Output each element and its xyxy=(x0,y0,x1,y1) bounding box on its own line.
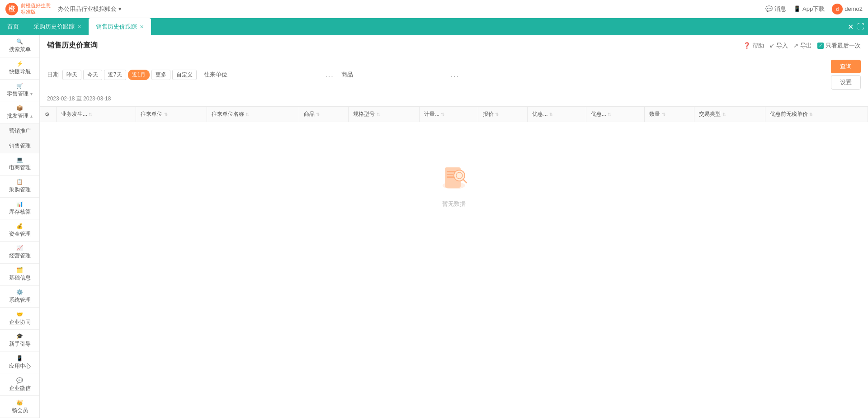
th-gear[interactable]: ⚙ xyxy=(40,107,57,122)
date-btn-7days[interactable]: 近7天 xyxy=(104,70,126,80)
sort-icon: ⇅ xyxy=(377,112,380,117)
sidebar-item-ops[interactable]: 📈 经营管理 xyxy=(0,242,39,264)
message-button[interactable]: 💬 消息 xyxy=(765,5,786,13)
search-button[interactable]: 查询 xyxy=(831,60,861,73)
sidebar-item-corp[interactable]: 🤝 企业协同 xyxy=(0,308,39,330)
basic-icon: 🗂️ xyxy=(16,267,23,273)
sidebar: 🔍 搜索菜单 ⚡ 快捷导航 🛒 零售管理 ▾ 📦 批发管理 ▴ 营销推广 销售管… xyxy=(0,35,40,418)
date-btn-today[interactable]: 今天 xyxy=(83,70,102,80)
finance-icon: 💰 xyxy=(16,223,23,229)
template-selector[interactable]: 办公用品行业模拟账套 ▾ xyxy=(54,3,125,15)
content-area: 销售历史价查询 ❓ 帮助 ↙ 导入 ↗ 导出 ✓ xyxy=(40,35,868,418)
th-biz-date[interactable]: 业务发生... ⇅ xyxy=(57,107,136,122)
sidebar-item-marketing[interactable]: 营销推广 xyxy=(0,124,39,138)
sidebar-item-ecommerce[interactable]: 💻 电商管理 xyxy=(0,153,39,176)
sidebar-item-system[interactable]: ⚙️ 系统管理 xyxy=(0,286,39,308)
date-btn-custom[interactable]: 自定义 xyxy=(172,70,197,80)
gear-icon[interactable]: ⚙ xyxy=(45,111,50,118)
only-last-checkbox[interactable]: ✓ 只看最后一次 xyxy=(817,42,861,50)
lightning-icon: ⚡ xyxy=(16,61,23,67)
partner-dots: ... xyxy=(325,71,334,79)
sidebar-item-member[interactable]: 👑 畅会员 xyxy=(0,396,39,418)
date-btn-more[interactable]: 更多 xyxy=(151,70,170,80)
help-icon: ❓ xyxy=(743,42,750,49)
user-profile[interactable]: d demo2 xyxy=(832,4,863,14)
help-button[interactable]: ❓ 帮助 xyxy=(743,42,764,50)
inventory-icon: 📊 xyxy=(16,201,23,207)
main-layout: 🔍 搜索菜单 ⚡ 快捷导航 🛒 零售管理 ▾ 📦 批发管理 ▴ 营销推广 销售管… xyxy=(0,35,868,418)
th-trade-type[interactable]: 交易类型 ⇅ xyxy=(694,107,765,122)
sort-icon: ⇅ xyxy=(89,112,92,117)
th-partner-code[interactable]: 往来单位 ⇅ xyxy=(136,107,207,122)
date-btn-yesterday[interactable]: 昨天 xyxy=(62,70,81,80)
settings-button[interactable]: 设置 xyxy=(831,75,861,90)
product-filter-group: 商品 ... xyxy=(341,70,459,79)
sidebar-item-finance[interactable]: 💰 资金管理 xyxy=(0,219,39,242)
th-quantity[interactable]: 数量 ⇅ xyxy=(645,107,694,122)
th-pre-tax-price[interactable]: 优惠前无税单价 ⇅ xyxy=(765,107,868,122)
sidebar-item-wholesale[interactable]: 📦 批发管理 ▴ xyxy=(0,101,39,124)
message-icon: 💬 xyxy=(765,5,773,12)
app-download-button[interactable]: 📱 App下载 xyxy=(793,5,825,13)
tab-bar-actions: ✕ ⛶ xyxy=(848,23,868,31)
sort-icon: ⇅ xyxy=(809,112,813,117)
th-price[interactable]: 报价 ⇅ xyxy=(478,107,528,122)
import-button[interactable]: ↙ 导入 xyxy=(769,42,788,50)
sidebar-item-sales-mgmt[interactable]: 销售管理 xyxy=(0,138,39,153)
empty-text: 暂无数据 xyxy=(442,200,466,208)
tab-sales[interactable]: 销售历史价跟踪 ✕ xyxy=(89,18,151,35)
app-center-icon: 📱 xyxy=(16,355,23,361)
filter-bar: 日期 昨天 今天 近7天 近1月 更多 自定义 往来单位 ... xyxy=(40,54,868,95)
download-icon: 📱 xyxy=(793,5,801,12)
import-icon: ↙ xyxy=(769,42,774,49)
purchase-icon: 📋 xyxy=(16,179,23,185)
th-partner-name[interactable]: 往来单位名称 ⇅ xyxy=(207,107,299,122)
th-discount2[interactable]: 优惠... ⇅ xyxy=(586,107,644,122)
data-table: ⚙ 业务发生... ⇅ 往来单位 ⇅ 往来单位名称 xyxy=(40,106,868,122)
sort-icon: ⇅ xyxy=(316,112,320,117)
svg-rect-3 xyxy=(447,174,453,175)
filter-actions: 查询 设置 xyxy=(831,60,861,90)
corp-icon: 🤝 xyxy=(16,311,23,318)
sidebar-item-app-center[interactable]: 📱 应用中心 xyxy=(0,352,39,374)
close-tab-purchase[interactable]: ✕ xyxy=(77,24,81,30)
sidebar-item-basic[interactable]: 🗂️ 基础信息 xyxy=(0,264,39,286)
date-label: 日期 xyxy=(47,71,59,79)
sidebar-item-search[interactable]: 🔍 搜索菜单 xyxy=(0,35,39,57)
empty-illustration xyxy=(436,158,472,195)
product-dots: ... xyxy=(451,71,459,79)
sidebar-item-shortcut[interactable]: ⚡ 快捷导航 xyxy=(0,57,39,80)
date-range-display: 2023-02-18 至 2023-03-18 xyxy=(40,95,868,106)
th-unit[interactable]: 计量... ⇅ xyxy=(420,107,478,122)
product-input[interactable] xyxy=(357,70,447,79)
export-icon: ↗ xyxy=(793,42,798,49)
date-buttons: 昨天 今天 近7天 近1月 更多 自定义 xyxy=(62,70,197,80)
sidebar-item-wechat[interactable]: 💬 企业微信 xyxy=(0,374,39,396)
close-tab-sales[interactable]: ✕ xyxy=(140,24,144,30)
wholesale-icon: 📦 xyxy=(16,105,23,111)
maximize-button[interactable]: ⛶ xyxy=(857,23,864,31)
tab-purchase[interactable]: 采购历史价跟踪 ✕ xyxy=(26,18,89,35)
tab-home[interactable]: 首页 xyxy=(0,18,26,35)
top-bar-left: 橙 前橙值好生意 标准版 办公用品行业模拟账套 ▾ xyxy=(5,3,125,15)
sidebar-item-purchase[interactable]: 📋 采购管理 xyxy=(0,176,39,198)
th-spec[interactable]: 规格型号 ⇅ xyxy=(349,107,420,122)
table-container: ⚙ 业务发生... ⇅ 往来单位 ⇅ 往来单位名称 xyxy=(40,106,868,244)
logo-area: 橙 前橙值好生意 标准版 xyxy=(5,3,51,15)
sidebar-item-inventory[interactable]: 📊 库存核算 xyxy=(0,198,39,220)
date-btn-1month[interactable]: 近1月 xyxy=(128,70,150,80)
sort-icon: ⇅ xyxy=(608,112,611,117)
th-product[interactable]: 商品 ⇅ xyxy=(299,107,349,122)
th-discount1[interactable]: 优惠... ⇅ xyxy=(528,107,586,122)
avatar: d xyxy=(832,4,843,14)
sidebar-item-retail[interactable]: 🛒 零售管理 ▾ xyxy=(0,80,39,102)
svg-line-6 xyxy=(463,180,467,183)
sort-icon: ⇅ xyxy=(245,112,249,117)
export-button[interactable]: ↗ 导出 xyxy=(793,42,812,50)
sidebar-item-newbie[interactable]: 🎓 新手引导 xyxy=(0,330,39,352)
partner-input[interactable] xyxy=(231,70,321,79)
content-inner: 销售历史价查询 ❓ 帮助 ↙ 导入 ↗ 导出 ✓ xyxy=(40,35,868,418)
close-all-tabs-button[interactable]: ✕ xyxy=(848,23,854,31)
search-icon: 🔍 xyxy=(16,38,23,45)
newbie-icon: 🎓 xyxy=(16,333,23,339)
